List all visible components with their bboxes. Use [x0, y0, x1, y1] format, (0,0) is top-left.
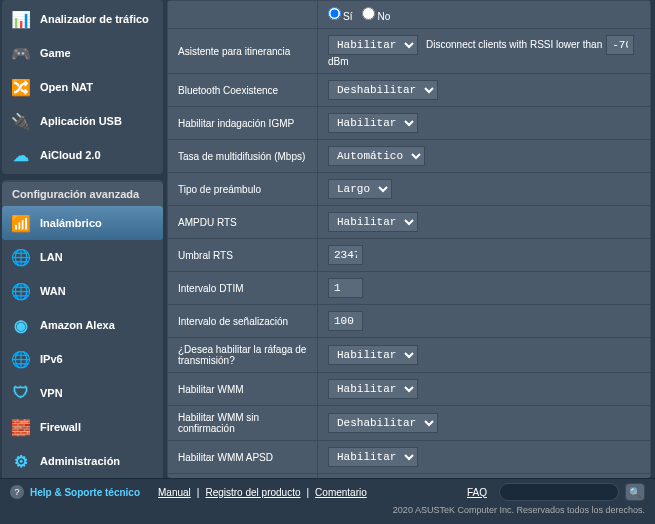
manual-link[interactable]: Manual: [158, 487, 191, 498]
sidebar-item-label: Firewall: [40, 421, 81, 433]
wireless-icon: 📶: [10, 212, 32, 234]
sidebar-item-admin[interactable]: ⚙Administración: [2, 444, 163, 478]
sidebar-item-label: Game: [40, 47, 71, 59]
sidebar-item-alexa[interactable]: ◉Amazon Alexa: [2, 308, 163, 342]
sidebar: 📊Analizador de tráfico🎮Game🔀Open NAT🔌Apl…: [0, 0, 165, 478]
wan-icon: 🌐: [10, 280, 32, 302]
setting-label: Habilitar WMM: [168, 373, 318, 406]
sidebar-item-label: AiCloud 2.0: [40, 149, 101, 161]
sidebar-item-wan[interactable]: 🌐WAN: [2, 274, 163, 308]
aicloud-icon: ☁: [10, 144, 32, 166]
traffic-analyzer-icon: 📊: [10, 8, 32, 30]
setting-label: ¿Desea habilitar la ráfaga de transmisió…: [168, 338, 318, 373]
setting-select-5[interactable]: Habilitar: [328, 212, 418, 232]
setting-label: Habilitar WMM sin confirmación: [168, 406, 318, 441]
setting-select-11[interactable]: Deshabilitar: [328, 413, 438, 433]
rssi-threshold-input[interactable]: [606, 35, 634, 55]
sidebar-item-label: LAN: [40, 251, 63, 263]
sidebar-item-ipv6[interactable]: 🌐IPv6: [2, 342, 163, 376]
setting-select-4[interactable]: Largo: [328, 179, 392, 199]
radio-yes[interactable]: Sí: [328, 7, 352, 22]
usb-app-icon: 🔌: [10, 110, 32, 132]
radio-no[interactable]: No: [362, 7, 390, 22]
help-icon: ?: [10, 485, 24, 499]
open-nat-icon: 🔀: [10, 76, 32, 98]
sidebar-item-usb-app[interactable]: 🔌Aplicación USB: [2, 104, 163, 138]
footer: ? Help & Soporte técnico Manual | Regist…: [0, 478, 655, 524]
setting-label: Habilitar WMM APSD: [168, 441, 318, 474]
ipv6-icon: 🌐: [10, 348, 32, 370]
setting-label: Intervalo DTIM: [168, 272, 318, 305]
setting-label: Umbral RTS: [168, 239, 318, 272]
sidebar-item-label: Aplicación USB: [40, 115, 122, 127]
sidebar-item-vpn[interactable]: 🛡VPN: [2, 376, 163, 410]
setting-select-9[interactable]: Habilitar: [328, 345, 418, 365]
sidebar-item-label: Amazon Alexa: [40, 319, 115, 331]
setting-label: Bluetooth Coexistence: [168, 74, 318, 107]
setting-select-3[interactable]: Automático: [328, 146, 425, 166]
comment-link[interactable]: Comentario: [315, 487, 367, 498]
setting-input-6[interactable]: [328, 245, 363, 265]
vpn-icon: 🛡: [10, 382, 32, 404]
firewall-icon: 🧱: [10, 416, 32, 438]
sidebar-item-wireless[interactable]: 📶Inalámbrico: [2, 206, 163, 240]
setting-select-0[interactable]: Habilitar: [328, 35, 418, 55]
search-button[interactable]: 🔍: [625, 483, 645, 501]
sidebar-item-game[interactable]: 🎮Game: [2, 36, 163, 70]
sidebar-item-label: Administración: [40, 455, 120, 467]
setting-label: Intervalo de señalización: [168, 305, 318, 338]
setting-input-7[interactable]: [328, 278, 363, 298]
main-panel: SíNoAsistente para itineranciaHabilitarD…: [167, 0, 651, 478]
setting-select-2[interactable]: Habilitar: [328, 113, 418, 133]
sidebar-item-open-nat[interactable]: 🔀Open NAT: [2, 70, 163, 104]
setting-label: Asistente para itinerancia: [168, 29, 318, 74]
setting-select-12[interactable]: Habilitar: [328, 447, 418, 467]
setting-input-8[interactable]: [328, 311, 363, 331]
sidebar-item-aicloud[interactable]: ☁AiCloud 2.0: [2, 138, 163, 172]
search-input[interactable]: [499, 483, 619, 501]
help-support-link[interactable]: Help & Soporte técnico: [30, 487, 140, 498]
sidebar-item-label: Analizador de tráfico: [40, 13, 149, 25]
sidebar-item-label: Open NAT: [40, 81, 93, 93]
game-icon: 🎮: [10, 42, 32, 64]
sidebar-item-label: WAN: [40, 285, 66, 297]
sidebar-item-label: IPv6: [40, 353, 63, 365]
sidebar-item-firewall[interactable]: 🧱Firewall: [2, 410, 163, 444]
admin-icon: ⚙: [10, 450, 32, 472]
setting-label: AMPDU RTS: [168, 206, 318, 239]
copyright-text: 2020 ASUSTeK Computer Inc. Reservados to…: [10, 501, 645, 515]
alexa-icon: ◉: [10, 314, 32, 336]
lan-icon: 🌐: [10, 246, 32, 268]
advanced-config-header: Configuración avanzada: [2, 182, 163, 206]
product-registration-link[interactable]: Registro del producto: [205, 487, 300, 498]
setting-label: Tasa de multidifusión (Mbps): [168, 140, 318, 173]
sidebar-item-label: Inalámbrico: [40, 217, 102, 229]
roaming-extra-text: Disconnect clients with RSSI lower than: [426, 39, 602, 50]
sidebar-item-label: VPN: [40, 387, 63, 399]
settings-table: SíNoAsistente para itineranciaHabilitarD…: [167, 0, 651, 478]
sidebar-item-traffic-analyzer[interactable]: 📊Analizador de tráfico: [2, 2, 163, 36]
setting-label: Tipo de preámbulo: [168, 173, 318, 206]
setting-label: Habilitar indagación IGMP: [168, 107, 318, 140]
sidebar-item-lan[interactable]: 🌐LAN: [2, 240, 163, 274]
faq-link[interactable]: FAQ: [467, 487, 487, 498]
setting-select-1[interactable]: Deshabilitar: [328, 80, 438, 100]
setting-select-10[interactable]: Habilitar: [328, 379, 418, 399]
